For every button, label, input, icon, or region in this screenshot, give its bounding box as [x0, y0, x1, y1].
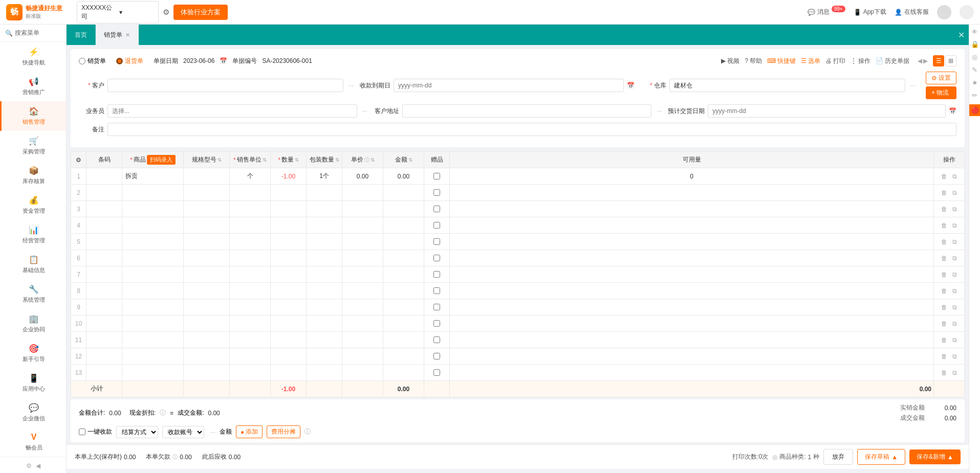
row-spec-8[interactable] [184, 283, 230, 299]
row-price-4[interactable] [342, 217, 383, 234]
row-price-7[interactable] [342, 266, 383, 283]
row-pkgqty-4[interactable] [307, 217, 342, 234]
row-qty-8[interactable] [271, 283, 307, 299]
row-qty-1[interactable]: -1.00 [271, 168, 307, 185]
row-price-13[interactable] [342, 365, 383, 381]
calendar-icon[interactable]: 📅 [220, 57, 227, 64]
copy-icon-13[interactable]: ⧉ [952, 369, 957, 376]
row-pkgqty-3[interactable] [307, 201, 342, 217]
list-view-btn[interactable]: ☰ [933, 55, 944, 66]
row-pkgqty-13[interactable] [307, 365, 342, 381]
row-product-6[interactable] [122, 250, 184, 266]
sidebar-item-sales[interactable]: 🏠 销售管理 [0, 101, 66, 131]
row-product-1[interactable]: 拆贡 [122, 168, 184, 185]
warehouse-dots[interactable]: ··· [910, 82, 916, 89]
row-product-4[interactable] [122, 217, 184, 234]
delivery-date-calendar-icon[interactable]: 📅 [949, 107, 956, 115]
scan-button[interactable]: 扫码录入 [147, 155, 176, 165]
prev-record-icon[interactable]: ◀ [918, 57, 922, 64]
copy-icon-12[interactable]: ⧉ [952, 353, 957, 360]
row-spec-9[interactable] [184, 299, 230, 316]
row-spec-5[interactable] [184, 234, 230, 250]
copy-icon-3[interactable]: ⧉ [952, 206, 957, 213]
row-qty-12[interactable] [271, 348, 307, 365]
row-qty-3[interactable] [271, 201, 307, 217]
row-gift-4[interactable] [424, 217, 450, 234]
row-gift-6[interactable] [424, 250, 450, 266]
copy-icon-7[interactable]: ⧉ [952, 271, 957, 278]
sidebar-item-wechat[interactable]: 💬 企业微信 [0, 398, 66, 427]
row-amount-3[interactable] [383, 201, 424, 217]
sidebar-item-guide[interactable]: 🎯 新手引导 [0, 339, 66, 368]
expense-button[interactable]: 费用分摊 [267, 425, 300, 438]
sidebar-item-system[interactable]: 🔧 系统管理 [0, 279, 66, 309]
row-product-8[interactable] [122, 283, 184, 299]
row-gift-12[interactable] [424, 348, 450, 365]
gift-checkbox-11[interactable] [433, 336, 440, 343]
row-gift-5[interactable] [424, 234, 450, 250]
gift-checkbox-7[interactable] [433, 271, 440, 278]
operate-btn[interactable]: ⋮ 操作 [851, 57, 870, 65]
delete-icon-11[interactable]: 🗑 [941, 336, 947, 344]
row-unit-1[interactable]: 个 [230, 168, 271, 185]
row-price-6[interactable] [342, 250, 383, 266]
copy-icon-1[interactable]: ⧉ [952, 173, 957, 180]
row-qty-5[interactable] [271, 234, 307, 250]
row-spec-11[interactable] [184, 332, 230, 348]
delivery-date-input[interactable] [708, 104, 946, 118]
copy-icon-10[interactable]: ⧉ [952, 320, 957, 327]
gift-checkbox-9[interactable] [433, 304, 440, 310]
row-pkgqty-7[interactable] [307, 266, 342, 283]
row-spec-10[interactable] [184, 316, 230, 332]
delete-icon-10[interactable]: 🗑 [941, 320, 947, 327]
sidebar-item-inventory[interactable]: 📦 库存核算 [0, 161, 66, 190]
row-gift-1[interactable] [424, 168, 450, 185]
select-btn[interactable]: ☰ 选单 [801, 57, 820, 65]
due-date-input[interactable] [394, 79, 624, 92]
row-spec-13[interactable] [184, 365, 230, 381]
row-product-12[interactable] [122, 348, 184, 365]
row-qty-4[interactable] [271, 217, 307, 234]
salesman-input[interactable] [107, 104, 357, 118]
row-gift-9[interactable] [424, 299, 450, 316]
row-amount-7[interactable] [383, 266, 424, 283]
row-pkgqty-6[interactable] [307, 250, 342, 266]
right-panel-icon-3[interactable]: ◎ [972, 53, 977, 61]
row-price-2[interactable] [342, 185, 383, 201]
sidebar-item-marketing[interactable]: 📢 营销推广 [0, 72, 66, 101]
close-all-tabs[interactable]: ✕ [958, 30, 969, 40]
row-amount-6[interactable] [383, 250, 424, 266]
video-btn[interactable]: ▶ 视频 [721, 57, 739, 65]
delete-icon-7[interactable]: 🗑 [941, 271, 947, 278]
row-unit-11[interactable] [230, 332, 271, 348]
salesman-dots[interactable]: ··· [362, 107, 367, 115]
tab-home[interactable]: 首页 [67, 25, 96, 45]
delete-icon-13[interactable]: 🗑 [941, 369, 947, 376]
account-select[interactable]: 收款账号 [162, 426, 204, 438]
right-panel-icon-6[interactable]: ✏ [972, 92, 977, 99]
row-spec-4[interactable] [184, 217, 230, 234]
row-spec-12[interactable] [184, 348, 230, 365]
help-btn[interactable]: ? 帮助 [745, 57, 762, 65]
row-pkgqty-12[interactable] [307, 348, 342, 365]
delete-icon-5[interactable]: 🗑 [941, 238, 947, 245]
row-product-13[interactable] [122, 365, 184, 381]
delete-icon-3[interactable]: 🗑 [941, 206, 947, 213]
customer-address-dots[interactable]: ··· [657, 107, 662, 115]
row-amount-9[interactable] [383, 299, 424, 316]
row-pkgqty-10[interactable] [307, 316, 342, 332]
row-pkgqty-1[interactable]: 1个 [307, 168, 342, 185]
tab-close-icon[interactable]: ✕ [125, 32, 130, 38]
row-unit-8[interactable] [230, 283, 271, 299]
sidebar-item-capital[interactable]: 💰 资金管理 [0, 190, 66, 220]
copy-icon-4[interactable]: ⧉ [952, 222, 957, 229]
right-panel-icon-2[interactable]: 🔒 [971, 40, 979, 48]
row-price-1[interactable]: 0.00 [342, 168, 383, 185]
row-gift-3[interactable] [424, 201, 450, 217]
payment-method-select[interactable]: 结算方式 [116, 426, 158, 438]
sidebar-item-operations[interactable]: 📊 经营管理 [0, 220, 66, 250]
sidebar-item-quick-nav[interactable]: ⚡ 快捷导航 [0, 42, 66, 72]
gift-checkbox-13[interactable] [433, 369, 440, 376]
messages-button[interactable]: 💬 消息 99+ [808, 8, 845, 16]
row-amount-1[interactable]: 0.00 [383, 168, 424, 185]
